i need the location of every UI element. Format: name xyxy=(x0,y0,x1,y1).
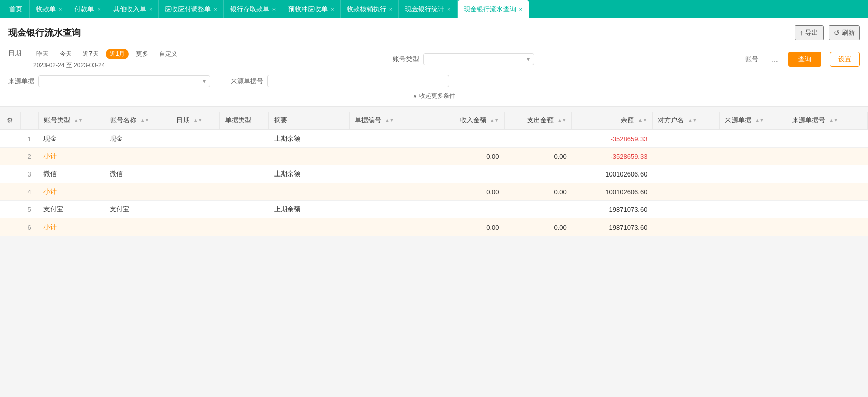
nav-tab-cash-stat[interactable]: 现金银行统计 × xyxy=(399,0,457,18)
row-number: 4 xyxy=(20,183,38,201)
cell-account-type: 小计 xyxy=(38,218,105,236)
sort-balance[interactable]: ▲▼ xyxy=(638,118,647,123)
col-summary: 摘要 xyxy=(269,112,350,129)
cell-doc-type xyxy=(220,129,269,148)
query-button[interactable]: 查询 xyxy=(788,52,821,67)
header-row: ⚙ 账号类型 ▲▼ 账号名称 ▲▼ 日期 ▲▼ 单据类型 xyxy=(0,112,868,129)
sort-doc-no[interactable]: ▲▼ xyxy=(385,118,394,123)
header-actions: ↑ 导出 ↺ 刷新 xyxy=(795,25,860,40)
close-cash-flow[interactable]: × xyxy=(519,6,522,12)
cell-date xyxy=(171,148,219,165)
close-ar-ap[interactable]: × xyxy=(214,6,217,12)
export-button[interactable]: ↑ 导出 xyxy=(795,25,824,40)
close-bank-deposit[interactable]: × xyxy=(272,6,276,12)
cell-counterpart xyxy=(652,148,719,165)
sort-source-doc[interactable]: ▲▼ xyxy=(755,118,764,123)
nav-tab-cash-flow[interactable]: 现金银行流水查询 × xyxy=(458,0,529,18)
close-payment[interactable]: × xyxy=(97,6,100,12)
cell-counterpart xyxy=(652,129,719,148)
col-balance-label: 余额 xyxy=(621,116,634,124)
cell-account-type: 支付宝 xyxy=(38,201,105,218)
col-account-name: 账号名称 ▲▼ xyxy=(105,112,171,129)
date-option-1month[interactable]: 近1月 xyxy=(106,49,129,59)
gear-icon[interactable]: ⚙ xyxy=(7,116,13,124)
collapse-bar[interactable]: ∧ 收起更多条件 xyxy=(8,90,860,100)
cell-account-name xyxy=(105,148,171,165)
row-number: 5 xyxy=(20,201,38,218)
account-type-select[interactable]: ▾ xyxy=(423,53,534,65)
table-row[interactable]: 4小计0.000.00100102606.60 xyxy=(0,183,868,201)
cell-expense: 0.00 xyxy=(505,148,572,165)
cell-counterpart xyxy=(652,201,719,218)
sort-source-doc-no[interactable]: ▲▼ xyxy=(829,118,838,123)
date-label: 日期 xyxy=(8,49,28,58)
nav-tab-home[interactable]: 首页 xyxy=(2,0,30,18)
date-option-7days[interactable]: 近7天 xyxy=(79,49,103,59)
table-row[interactable]: 2小计0.000.00-3528659.33 xyxy=(0,148,868,165)
cell-source-doc xyxy=(720,183,787,201)
row-number: 1 xyxy=(20,129,38,148)
row-gear-cell xyxy=(0,129,20,148)
table-row[interactable]: 1现金现金上期余额-3528659.33 xyxy=(0,129,868,148)
col-doc-no: 单据编号 ▲▼ xyxy=(349,112,437,129)
nav-tab-ar-ap-adjust[interactable]: 应收应付调整单 × xyxy=(159,0,223,18)
table-row[interactable]: 3微信微信上期余额100102606.60 xyxy=(0,165,868,183)
account-more-dots[interactable]: ... xyxy=(771,55,778,64)
close-receipt[interactable]: × xyxy=(59,6,62,12)
cell-doc-type xyxy=(220,165,269,183)
source-doc-no-filter: 来源单据号 xyxy=(231,75,449,87)
col-source-doc-no: 来源单据号 ▲▼ xyxy=(787,112,868,129)
nav-tab-other-income[interactable]: 其他收入单 × xyxy=(107,0,159,18)
cell-doc-type xyxy=(220,201,269,218)
cell-balance: -3528659.33 xyxy=(572,148,653,165)
cell-expense: 0.00 xyxy=(505,218,572,236)
cell-balance: 19871073.60 xyxy=(572,201,653,218)
close-other-income[interactable]: × xyxy=(149,6,152,12)
table-area: ⚙ 账号类型 ▲▼ 账号名称 ▲▼ 日期 ▲▼ 单据类型 xyxy=(0,112,868,236)
cell-income: 0.00 xyxy=(437,218,504,236)
cell-account-name: 微信 xyxy=(105,165,171,183)
cell-account-type: 小计 xyxy=(38,183,105,201)
col-date-label: 日期 xyxy=(176,116,190,124)
sort-counterpart[interactable]: ▲▼ xyxy=(688,118,697,123)
cell-doc-no xyxy=(349,183,437,201)
nav-tab-receipt[interactable]: 收款单 × xyxy=(30,0,68,18)
cell-expense: 0.00 xyxy=(505,183,572,201)
cell-account-type: 小计 xyxy=(38,148,105,165)
nav-tab-payment[interactable]: 付款单 × xyxy=(68,0,107,18)
date-option-more[interactable]: 更多 xyxy=(132,49,152,59)
sort-expense[interactable]: ▲▼ xyxy=(557,118,566,123)
date-option-today[interactable]: 今天 xyxy=(56,49,76,59)
nav-tab-writeoff[interactable]: 收款核销执行 × xyxy=(341,0,399,18)
cell-account-type: 现金 xyxy=(38,129,105,148)
sort-date[interactable]: ▲▼ xyxy=(193,118,202,123)
cell-doc-no xyxy=(349,129,437,148)
row-number: 2 xyxy=(20,148,38,165)
row-gear-cell xyxy=(0,201,20,218)
nav-tab-bank-deposit[interactable]: 银行存取款单 × xyxy=(224,0,282,18)
sort-account-type[interactable]: ▲▼ xyxy=(74,118,83,123)
date-option-custom[interactable]: 自定义 xyxy=(155,49,181,59)
nav-tab-prepaid[interactable]: 预收冲应收单 × xyxy=(282,0,340,18)
page-header: 现金银行流水查询 ↑ 导出 ↺ 刷新 xyxy=(0,18,868,42)
close-cash-stat[interactable]: × xyxy=(447,6,450,12)
account-type-chevron: ▾ xyxy=(527,56,530,63)
cell-expense xyxy=(505,201,572,218)
cell-counterpart xyxy=(652,183,719,201)
setting-button[interactable]: 设置 xyxy=(830,52,860,67)
date-filter: 日期 昨天 今天 近7天 近1月 更多 自定义 2023-02-24 至 202… xyxy=(8,49,181,70)
sort-income[interactable]: ▲▼ xyxy=(490,118,499,123)
table-row[interactable]: 6小计0.000.0019871073.60 xyxy=(0,218,868,236)
refresh-button[interactable]: ↺ 刷新 xyxy=(829,25,860,40)
row-number: 3 xyxy=(20,165,38,183)
table-row[interactable]: 5支付宝支付宝上期余额19871073.60 xyxy=(0,201,868,218)
source-doc-select[interactable]: ▾ xyxy=(38,75,210,87)
close-writeoff[interactable]: × xyxy=(389,6,392,12)
source-doc-no-input[interactable] xyxy=(267,75,449,87)
cell-date xyxy=(171,165,219,183)
close-prepaid[interactable]: × xyxy=(331,6,334,12)
date-option-yesterday[interactable]: 昨天 xyxy=(32,49,53,59)
sort-account-name[interactable]: ▲▼ xyxy=(140,118,149,123)
account-type-filter: 账号类型 ▾ xyxy=(393,53,534,65)
export-icon: ↑ xyxy=(800,29,803,37)
